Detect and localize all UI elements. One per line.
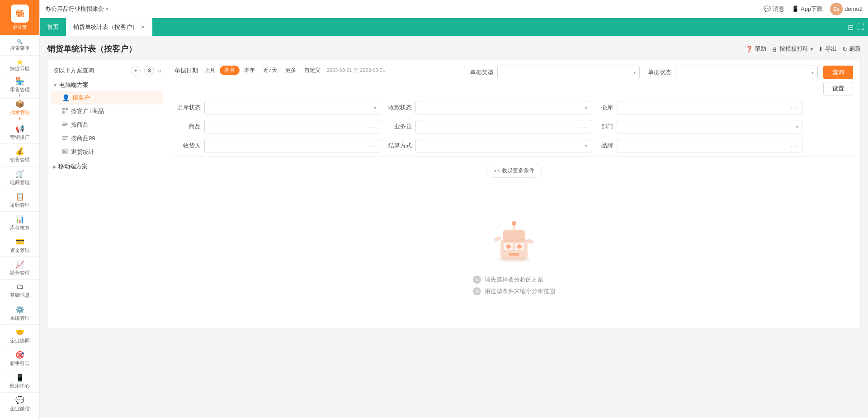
sidebar-item-operation[interactable]: 📈 经营管理 bbox=[0, 257, 39, 280]
sidebar-shortcut-item[interactable]: ⭐ 快捷导航 bbox=[0, 56, 39, 76]
empty-state: ① 请先选择要分析的方案 ② 用过滤条件来缩小分析范围 bbox=[175, 185, 853, 323]
sidebar-item-member[interactable]: ⭐ 畅会员 bbox=[0, 415, 39, 418]
scheme-item-return-stats[interactable]: 退货统计 bbox=[51, 145, 163, 159]
app-logo-sub: 标签页 bbox=[13, 24, 27, 31]
receipt-status-label: 收款状态 bbox=[386, 104, 412, 112]
sidebar-item-system[interactable]: ⚙️ 系统管理 bbox=[0, 302, 39, 325]
sidebar-search-item[interactable]: 🔍 搜索菜单 bbox=[0, 35, 39, 56]
warehouse-input[interactable]: ··· bbox=[617, 101, 802, 114]
sidebar-item-marketing[interactable]: 📢 营销推广 bbox=[0, 121, 39, 144]
date-btn-custom[interactable]: 自定义 bbox=[301, 66, 324, 75]
consignee-filter-group: 收货人 ··· bbox=[175, 139, 380, 152]
brand-filter-group: 品牌 ··· bbox=[597, 139, 802, 152]
brand-input[interactable]: ··· bbox=[617, 139, 802, 152]
salesperson-input[interactable]: ··· bbox=[415, 120, 591, 133]
scheme-item-by-customer-goods[interactable]: 按客户+商品 bbox=[51, 104, 163, 118]
consignee-label: 收货人 bbox=[175, 142, 201, 150]
consignee-input[interactable]: ··· bbox=[204, 139, 380, 152]
scheme-settings-button[interactable]: ⚙ bbox=[144, 66, 154, 76]
app-title-dropdown[interactable]: 办公用品行业模拟账套 ▾ bbox=[45, 5, 108, 13]
svg-rect-18 bbox=[509, 253, 519, 256]
settlement-label: 结算方式 bbox=[386, 142, 412, 150]
sidebar-item-label: 经营管理 bbox=[10, 270, 30, 276]
return-stats-scheme-icon bbox=[62, 148, 68, 156]
desktop-scheme-section: ▼ 电脑端方案 👤 按客户 按客户+商品 bbox=[47, 79, 167, 159]
window-minimize-button[interactable]: ⊟ bbox=[848, 23, 854, 32]
sidebar-item-label: 销售管理 bbox=[10, 157, 30, 163]
sidebar-item-cooperation[interactable]: 🤝 企业协同 bbox=[0, 325, 39, 347]
sidebar-logo[interactable]: 畅 标签页 bbox=[0, 0, 39, 35]
avatar: Ea bbox=[830, 3, 843, 15]
date-btn-more[interactable]: 更多 bbox=[282, 66, 300, 75]
left-panel-tools: + ⚙ « bbox=[131, 66, 161, 76]
dropdown-arrow-icon: ▾ bbox=[585, 105, 587, 110]
section-expand-icon: ▶ bbox=[53, 164, 57, 169]
message-button[interactable]: 💬 消息 bbox=[764, 5, 784, 13]
collapse-panel-button[interactable]: « bbox=[158, 67, 161, 74]
refresh-icon: ↻ bbox=[842, 46, 847, 52]
filter-row-2: 出库状态 ▾ 收款状态 ▾ 仓库 ··· bbox=[175, 101, 853, 114]
goods-input[interactable]: ··· bbox=[204, 120, 380, 133]
query-button[interactable]: 查询 bbox=[823, 66, 853, 79]
doc-type-select[interactable]: ▾ bbox=[497, 66, 640, 79]
doc-status-select[interactable]: ▾ bbox=[675, 66, 818, 79]
tip-2-num: ② bbox=[473, 287, 481, 295]
date-btn-this-month[interactable]: 本月 bbox=[220, 66, 240, 75]
user-profile-button[interactable]: Ea demo2 bbox=[830, 3, 863, 15]
settings-button[interactable]: 设置 bbox=[823, 82, 853, 95]
department-label: 部门 bbox=[597, 123, 613, 131]
collapse-more-conditions-button[interactable]: ∧∧ 收起更多条件 bbox=[486, 164, 542, 178]
sidebar-item-appcenter[interactable]: 📱 应用中心 bbox=[0, 370, 39, 393]
sidebar-item-newbie[interactable]: 🎯 新手引导 bbox=[0, 347, 39, 370]
mobile-scheme-header[interactable]: ▶ 移动端方案 bbox=[51, 161, 163, 172]
tab-close-icon[interactable]: ✕ bbox=[141, 24, 145, 30]
svg-point-21 bbox=[512, 221, 516, 226]
scheme-item-by-goods[interactable]: 按商品 bbox=[51, 118, 163, 132]
date-filter-group: 单据日期 上月 本月 本年 近7天 更多 自定义 2023-03-01 至 20… bbox=[175, 66, 462, 75]
svg-point-17 bbox=[517, 244, 522, 249]
sidebar-item-label: 采购管理 bbox=[10, 202, 30, 209]
sidebar-item-label: 新手引导 bbox=[10, 360, 30, 367]
export-button[interactable]: ⬇ 导出 bbox=[818, 45, 837, 53]
sidebar-item-inventory[interactable]: 📊 库存核算 bbox=[0, 212, 39, 234]
tab-report[interactable]: 销货单统计表（按客户） ✕ bbox=[66, 18, 152, 36]
sidebar: 畅 标签页 🔍 搜索菜单 ⭐ 快捷导航 🏪 零售管理 ▼ 📦 批发管理 ▲ 📢 … bbox=[0, 0, 40, 418]
wholesale-icon: 📦 bbox=[15, 100, 24, 108]
scheme-item-by-customer[interactable]: 👤 按客户 bbox=[51, 91, 163, 104]
help-button[interactable]: ❓ 帮助 bbox=[745, 45, 766, 53]
sidebar-item-retail[interactable]: 🏪 零售管理 ▼ bbox=[0, 76, 39, 99]
two-panel-container: 按以下方案查询 + ⚙ « ▼ 电脑端方案 bbox=[47, 60, 861, 328]
date-btn-last-7-days[interactable]: 近7天 bbox=[259, 66, 281, 75]
help-label: 帮助 bbox=[755, 45, 766, 53]
department-select[interactable]: ▾ bbox=[617, 120, 802, 133]
scheme-item-label: 按商品99 bbox=[71, 134, 95, 142]
sidebar-item-label: 企业微信 bbox=[10, 405, 30, 412]
tab-home[interactable]: 首页 bbox=[40, 18, 66, 36]
date-btn-last-month[interactable]: 上月 bbox=[201, 66, 219, 75]
desktop-scheme-header[interactable]: ▼ 电脑端方案 bbox=[51, 79, 163, 91]
add-scheme-button[interactable]: + bbox=[131, 66, 141, 76]
more-options-icon: ··· bbox=[790, 142, 798, 149]
right-panel: 单据日期 上月 本月 本年 近7天 更多 自定义 2023-03-01 至 20… bbox=[167, 60, 860, 328]
scheme-item-by-goods99[interactable]: 按商品99 bbox=[51, 132, 163, 145]
sidebar-item-wechat[interactable]: 💬 企业微信 bbox=[0, 393, 39, 415]
print-button[interactable]: 🖨 按模板打印 ▾ bbox=[772, 45, 813, 53]
sidebar-item-purchase[interactable]: 📋 采购管理 bbox=[0, 189, 39, 212]
empty-tip-2: ② 用过滤条件来缩小分析范围 bbox=[473, 287, 555, 295]
scheme-item-label: 按客户 bbox=[72, 94, 90, 102]
sidebar-item-sales[interactable]: 💰 销售管理 bbox=[0, 144, 39, 166]
sidebar-item-ecommerce[interactable]: 🛒 电商管理 bbox=[0, 166, 39, 189]
out-status-select[interactable]: ▾ bbox=[204, 101, 380, 114]
date-btn-this-year[interactable]: 本年 bbox=[241, 66, 259, 75]
sidebar-item-wholesale[interactable]: 📦 批发管理 ▲ bbox=[0, 99, 39, 121]
window-maximize-button[interactable]: ⛶ bbox=[857, 23, 864, 31]
sidebar-item-base[interactable]: 🗂 基础信息 bbox=[0, 280, 39, 302]
refresh-button[interactable]: ↻ 刷新 bbox=[842, 45, 861, 53]
cooperation-icon: 🤝 bbox=[15, 328, 24, 337]
app-download-button[interactable]: 📱 App下载 bbox=[792, 5, 823, 13]
sidebar-item-finance[interactable]: 💳 资金管理 bbox=[0, 234, 39, 257]
settlement-select[interactable]: ▾ bbox=[415, 139, 591, 152]
receipt-status-select[interactable]: ▾ bbox=[415, 101, 591, 114]
svg-rect-0 bbox=[62, 108, 65, 110]
mobile-scheme-title: 移动端方案 bbox=[58, 162, 88, 171]
